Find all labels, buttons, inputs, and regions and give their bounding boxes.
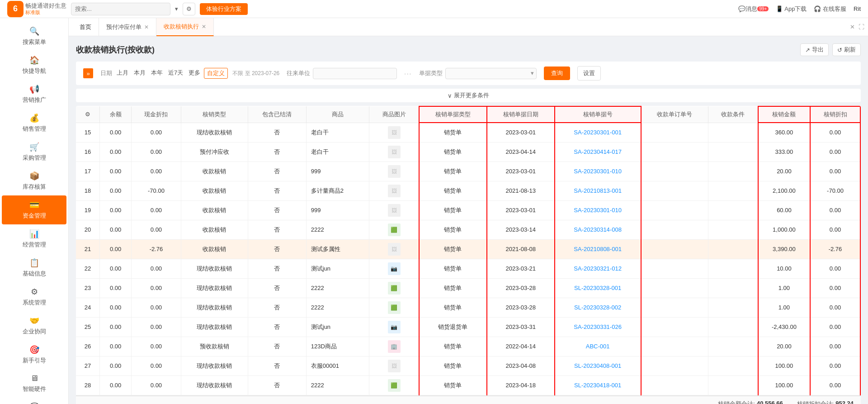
row-discount: 0.00 [810,278,860,298]
table-row: 24 0.00 0.00 现结收款核销 否 2222 🟩 销货单 2023-03… [76,298,860,317]
tab-writeoff[interactable]: 收款核销执行 ✕ [156,18,214,36]
hardware-icon: 🖥 [30,374,38,383]
doc-no-link[interactable]: SL-20230408-001 [574,362,621,369]
sidebar-item-label: 系统管理 [23,299,46,307]
row-doc-no: SA-20230321-012 [555,259,641,278]
doc-no-link[interactable]: SA-20210808-001 [574,246,622,252]
row-pay-cond [708,123,758,142]
industry-btn[interactable]: 体验行业方案 [200,3,248,15]
doc-no-link[interactable]: SA-20230301-010 [574,168,622,175]
doc-no-link[interactable]: SL-20230328-002 [574,304,621,311]
sidebar-item-weixin[interactable]: 💬 企业微信 [0,398,68,404]
doc-no-link[interactable]: SA-20230331-026 [574,323,622,330]
row-order-no [641,123,708,142]
row-balance: 0.00 [99,356,131,375]
table-scroll[interactable]: ⚙ 余额 现金折扣 核销类型 包含已结清 商品 商品图片 核销单据类型 核销单据… [76,106,861,395]
table-row: 27 0.00 0.00 现结收款核销 否 衣服00001 🖼 销货单 2023… [76,356,860,375]
doc-no-link[interactable]: ABC-001 [586,343,610,350]
row-amount: 1,000.00 [758,220,810,239]
row-doc-type: 销货单 [419,142,487,162]
date-custom[interactable]: 自定义 [204,68,228,79]
product-image: 🖼 [388,360,401,372]
date-cur-year[interactable]: 本年 [149,68,165,79]
sidebar-item-guide[interactable]: 🎯 新手引导 [0,340,68,369]
date-7days[interactable]: 近7天 [166,68,185,79]
row-order-no [641,220,708,239]
sidebar-item-search[interactable]: 🔍 搜索菜单 [0,22,68,51]
partner-input[interactable] [313,68,397,79]
row-discount: -2.76 [810,239,860,259]
sidebar-item-marketing[interactable]: 📢 营销推广 [0,80,68,109]
row-type: 收款核销 [181,200,248,220]
sidebar-item-finance[interactable]: 💳 资金管理 [2,195,66,224]
sidebar-item-purchase[interactable]: 🛒 采购管理 [0,138,68,166]
doc-no-link[interactable]: SL-20230328-001 [574,285,621,291]
settings-button[interactable]: ⚙ [183,3,195,15]
search-input[interactable] [71,3,170,15]
row-type: 现结收款核销 [181,259,248,278]
row-doc-type: 销货单 [419,356,487,375]
close-all-icon[interactable]: ✕ [850,24,855,30]
sidebar-item-basics[interactable]: 📋 基础信息 [0,253,68,282]
doc-no-link[interactable]: SA-20230314-008 [574,226,622,233]
filter-date-group: 日期 上月 本月 本年 近7天 更多 自定义 不限 至 2023-07-26 [100,68,279,79]
row-settled: 否 [248,162,306,181]
tab-home[interactable]: 首页 [72,18,99,36]
sidebar-item-sales[interactable]: 💰 销售管理 [0,109,68,138]
date-cur-month[interactable]: 本月 [132,68,147,79]
expand-more[interactable]: ∨ 展开更多条件 [76,89,861,102]
row-amount: 1.00 [758,298,810,317]
service-icon: 🎧 [814,5,821,12]
sidebar-item-inventory[interactable]: 📦 库存核算 [0,166,68,195]
settings-button-filter[interactable]: 设置 [577,66,601,81]
sidebar-item-collab[interactable]: 🤝 企业协同 [0,311,68,340]
table-row: 21 0.00 -2.76 收款核销 否 测试多属性 🖼 销货单 2021-08… [76,239,860,259]
filter-expand-button[interactable]: » [83,68,93,78]
row-goods: 测试jun [306,317,369,337]
refresh-button[interactable]: ↺ 刷新 [832,43,861,56]
tab-prepay-close[interactable]: ✕ [144,24,149,30]
row-balance: 0.00 [99,259,131,278]
sidebar-item-nav[interactable]: 🏠 快捷导航 [0,51,68,80]
sidebar-item-system[interactable]: ⚙ 系统管理 [0,282,68,311]
doc-no-link[interactable]: SL-20230418-001 [574,382,621,389]
doc-no-link[interactable]: SA-20230414-017 [574,148,622,155]
online-service[interactable]: 🎧 在线客服 [814,5,846,13]
row-type: 现结收款核销 [181,123,248,142]
row-img: 🖼 [369,356,419,375]
maximize-icon[interactable]: ⛶ [859,24,864,30]
tab-prepay[interactable]: 预付冲应付单 ✕ [99,18,156,36]
doc-no-link[interactable]: SA-20230321-012 [574,265,622,272]
notification[interactable]: 💬 消息 99+ [738,5,769,13]
row-img: 🖼 [369,181,419,200]
query-button[interactable]: 查询 [544,67,570,80]
row-order-no [641,181,708,200]
data-table: ⚙ 余额 现金折扣 核销类型 包含已结清 商品 商品图片 核销单据类型 核销单据… [76,106,861,395]
date-more[interactable]: 更多 [187,68,202,79]
row-cash-discount: 0.00 [132,142,181,162]
col-settings[interactable]: ⚙ [76,106,99,123]
row-order-no [641,317,708,337]
tab-writeoff-close[interactable]: ✕ [202,24,206,30]
doc-no-link[interactable]: SA-20230301-010 [574,207,622,214]
sidebar-item-hardware[interactable]: 🖥 智能硬件 [0,369,68,398]
col-balance: 余额 [99,106,131,123]
row-img: 🟩 [369,220,419,239]
sidebar-item-operations[interactable]: 📊 经营管理 [0,224,68,253]
user-name[interactable]: Rit [854,5,861,12]
export-button[interactable]: ↗ 导出 [800,43,829,56]
doctype-input[interactable] [445,68,537,79]
row-settled: 否 [248,298,306,317]
dropdown-toggle[interactable]: ▾ [175,5,178,12]
row-balance: 0.00 [99,239,131,259]
app-download[interactable]: 📱 App下载 [776,5,807,13]
row-goods: 多计量商品2 [306,181,369,200]
row-doc-type: 销货单 [419,200,487,220]
doc-no-link[interactable]: SA-20230301-001 [574,129,622,136]
row-img: 🟩 [369,375,419,395]
date-prev-month[interactable]: 上月 [115,68,130,79]
row-doc-type: 销货单 [419,375,487,395]
total-discount: 核销折扣合计: 952.24 [797,400,854,404]
doc-no-link[interactable]: SA-20210813-001 [574,187,622,194]
row-goods: 123D商品 [306,337,369,356]
